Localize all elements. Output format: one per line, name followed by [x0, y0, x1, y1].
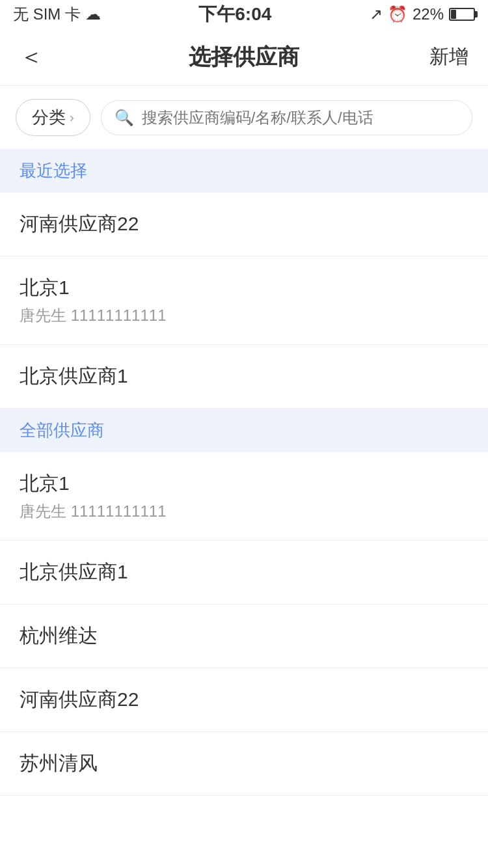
recent-list: 河南供应商22北京1唐先生 11111111111北京供应商1 — [0, 193, 488, 409]
list-item[interactable]: 河南供应商22 — [0, 193, 488, 256]
item-name: 河南供应商22 — [20, 686, 468, 713]
back-button[interactable]: ＜ — [20, 41, 59, 73]
battery-icon — [449, 8, 475, 21]
list-item[interactable]: 北京供应商1 — [0, 541, 488, 604]
item-name: 杭州维达 — [20, 623, 468, 649]
list-item[interactable]: 苏州清风 — [0, 732, 488, 796]
all-list: 北京1唐先生 11111111111北京供应商1杭州维达河南供应商22苏州清风 — [0, 452, 488, 796]
recent-section-header: 最近选择 — [0, 149, 488, 193]
list-item[interactable]: 杭州维达 — [0, 604, 488, 668]
item-name: 北京1 — [20, 470, 468, 497]
all-section-header: 全部供应商 — [0, 409, 488, 452]
item-name: 北京供应商1 — [20, 559, 468, 586]
status-bar: 无 SIM 卡 ☁ 下午6:04 ↗ ⏰ 22% — [0, 0, 488, 29]
item-sub: 唐先生 11111111111 — [20, 305, 468, 326]
item-name: 北京供应商1 — [20, 363, 468, 390]
list-item[interactable]: 北京1唐先生 11111111111 — [0, 452, 488, 541]
page-title: 选择供应商 — [189, 42, 299, 72]
item-name: 河南供应商22 — [20, 211, 468, 237]
list-item[interactable]: 河南供应商22 — [0, 668, 488, 732]
add-button[interactable]: 新增 — [429, 44, 468, 70]
filter-bar: 分类 › 🔍 — [0, 86, 488, 149]
search-icon: 🔍 — [115, 109, 134, 127]
list-item[interactable]: 北京供应商1 — [0, 345, 488, 409]
category-label: 分类 — [32, 106, 66, 129]
status-time: 下午6:04 — [198, 2, 271, 27]
status-left: 无 SIM 卡 ☁ — [13, 4, 101, 25]
search-input[interactable] — [142, 109, 459, 127]
search-box[interactable]: 🔍 — [101, 100, 472, 135]
nav-bar: ＜ 选择供应商 新增 — [0, 29, 488, 86]
location-icon: ↗ — [370, 5, 383, 23]
item-sub: 唐先生 11111111111 — [20, 501, 468, 522]
battery-percent: 22% — [413, 5, 444, 23]
chevron-right-icon: › — [70, 110, 74, 125]
sim-status: 无 SIM 卡 ☁ — [13, 4, 101, 25]
item-name: 北京1 — [20, 275, 468, 301]
status-right: ↗ ⏰ 22% — [370, 5, 475, 23]
alarm-icon: ⏰ — [388, 5, 407, 23]
category-button[interactable]: 分类 › — [16, 99, 90, 136]
item-name: 苏州清风 — [20, 750, 468, 777]
list-item[interactable]: 北京1唐先生 11111111111 — [0, 256, 488, 345]
